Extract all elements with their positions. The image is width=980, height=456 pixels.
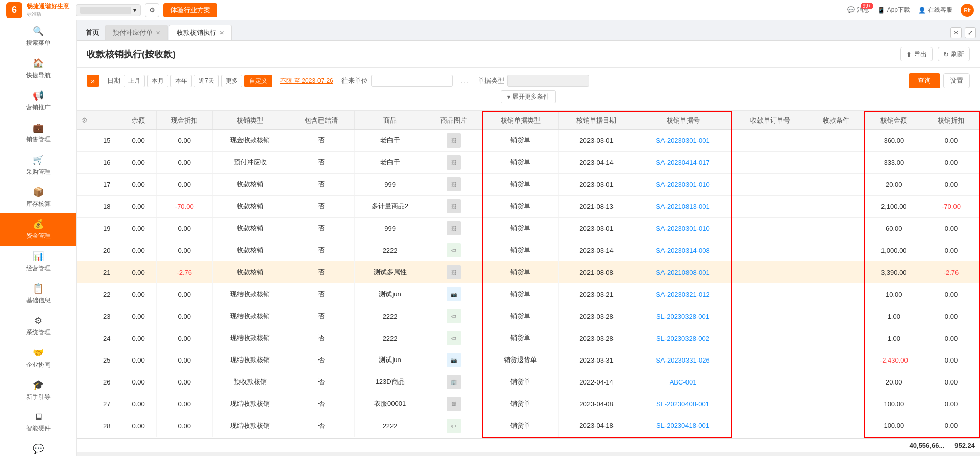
refresh-button[interactable]: ↻ 刷新 (938, 47, 970, 61)
col-header-verify-bill-type: 核销单据类型 (482, 111, 559, 130)
voucher-type-select[interactable] (507, 75, 589, 87)
verify-bill-no-link[interactable]: SA-20230331-026 (656, 356, 710, 364)
verify-bill-no-link[interactable]: SL-20230328-001 (656, 313, 709, 320)
query-button[interactable]: 查询 (909, 73, 940, 88)
verify-bill-no-link[interactable]: SA-20230314-008 (656, 247, 710, 254)
purchase-icon: 🛒 (33, 154, 44, 165)
filter-btn-more[interactable]: 更多 (221, 75, 242, 87)
verify-bill-no-link[interactable]: SA-20230301-001 (656, 137, 710, 145)
verify-bill-no-link[interactable]: ABC-001 (670, 378, 697, 386)
sidebar-item-purchase[interactable]: 🛒 采购管理 (0, 149, 76, 181)
verify-bill-no-link[interactable]: SA-20210808-001 (656, 269, 710, 276)
message-icon: 💬 (847, 6, 855, 13)
table-row: 22 0.00 0.00 现结收款核销 否 测试jun 📷 销货单 2023-0… (77, 283, 979, 305)
filter-dots: ... (461, 77, 470, 85)
filter-settings-button[interactable]: 设置 (943, 73, 970, 88)
operation-icon: 📊 (33, 251, 44, 262)
column-settings-icon[interactable]: ⚙ (82, 116, 88, 124)
sidebar-item-inventory[interactable]: 📦 库存核算 (0, 181, 76, 213)
col-header-product-img: 商品图片 (426, 111, 482, 130)
counterparty-input[interactable] (371, 75, 453, 87)
col-header-verify-amount: 核销金额 (865, 111, 923, 130)
cell-verify-bill-date: 2021-08-13 (558, 196, 634, 218)
verify-bill-no-link[interactable]: SA-20230301-010 (656, 181, 710, 188)
sidebar-item-system[interactable]: ⚙ 系统管理 (0, 310, 76, 342)
table-row: 28 0.00 0.00 现结收款核销 否 2222 🏷 销货单 2023-04… (77, 415, 979, 437)
verify-bill-no-link[interactable]: SA-20230321-012 (656, 291, 710, 298)
user-avatar[interactable]: Rit (961, 4, 974, 17)
sidebar-item-quicknav[interactable]: 🏠 快捷导航 (0, 53, 76, 85)
sidebar-item-enterprise[interactable]: 🤝 企业协同 (0, 342, 76, 374)
tab-close-all-button[interactable]: ✕ (950, 27, 962, 38)
chevron-down-icon: ▾ (133, 7, 136, 14)
main-layout: 🔍 搜索菜单 🏠 快捷导航 📢 营销推广 💼 销售管理 🛒 采购管理 📦 库存核… (0, 20, 980, 456)
tab-prepayment[interactable]: 预付冲应付单 ✕ (105, 25, 168, 40)
tab-expand-button[interactable]: ⤢ (965, 27, 976, 38)
sidebar-item-basic[interactable]: 📋 基础信息 (0, 278, 76, 310)
verify-bill-no-link[interactable]: SA-20230414-017 (656, 159, 710, 166)
filter-date-range-text[interactable]: 不限 至 2023-07-26 (280, 77, 333, 85)
footer-verify-discount-value: 952.24 (954, 442, 975, 449)
filter-expand-arrow[interactable]: » (87, 75, 99, 87)
expand-more-conditions-button[interactable]: ▾ 展开更多条件 (501, 90, 556, 103)
cell-receipt-order-no (732, 349, 808, 371)
cell-product-img: 🖼 (426, 174, 482, 196)
product-image: 📷 (447, 353, 461, 367)
sidebar-item-finance[interactable]: 💰 资金管理 (0, 213, 76, 246)
verify-bill-no-link[interactable]: SL-20230328-002 (656, 334, 709, 342)
filter-btn-last-month[interactable]: 上月 (124, 75, 145, 87)
filter-btn-this-month[interactable]: 本月 (147, 75, 168, 87)
sidebar-item-guide[interactable]: 🎓 新手引导 (0, 374, 76, 406)
cell-verify-bill-no: SL-20230328-001 (634, 305, 732, 327)
sidebar-label-operation: 经营管理 (26, 264, 51, 273)
app-download-icon: 📱 (877, 7, 885, 14)
company-selector[interactable]: ▾ (76, 4, 141, 16)
sidebar-item-sales[interactable]: 💼 销售管理 (0, 117, 76, 149)
hardware-icon: 🖥 (34, 412, 43, 422)
cell-product: 老白干 (354, 130, 426, 152)
cell-rownum: 28 (93, 415, 120, 437)
inventory-icon: 📦 (33, 186, 44, 198)
online-service-link[interactable]: 👤 在线客服 (918, 6, 952, 14)
sidebar-item-search[interactable]: 🔍 搜索菜单 (0, 20, 76, 53)
tab-receipt-verify[interactable]: 收款核销执行 ✕ (169, 25, 232, 40)
notification-bell[interactable]: 💬 消息 99+ (847, 6, 869, 14)
cell-verify-bill-no: SL-20230418-001 (634, 415, 732, 437)
sidebar-label-system: 系统管理 (26, 328, 51, 337)
verify-bill-no-link[interactable]: SL-20230408-001 (656, 400, 709, 408)
cell-verify-discount: 0.00 (923, 371, 979, 393)
cell-receipt-order-no (732, 239, 808, 261)
cell-verify-bill-date: 2023-03-01 (558, 174, 634, 196)
industry-solution-button[interactable]: 体验行业方案 (163, 3, 217, 17)
cell-verify-type: 收款核销 (212, 261, 288, 283)
horizontal-scrollbar[interactable] (77, 452, 980, 457)
tab-prepayment-close[interactable]: ✕ (156, 30, 160, 36)
verify-bill-no-link[interactable]: SA-20230301-010 (656, 225, 710, 232)
export-button[interactable]: ⬆ 导出 (900, 47, 933, 61)
table-row: 24 0.00 0.00 现结收款核销 否 2222 🏷 销货单 2023-03… (77, 327, 979, 349)
filter-btn-this-year[interactable]: 本年 (170, 75, 192, 87)
cell-verify-discount: 0.00 (923, 283, 979, 305)
app-download-link[interactable]: 📱 App下载 (877, 6, 910, 14)
sidebar-item-hardware[interactable]: 🖥 智能硬件 (0, 406, 76, 438)
cell-product: 2222 (354, 327, 426, 349)
cell-product-img: 🏷 (426, 305, 482, 327)
settings-gear-button[interactable]: ⚙ (145, 3, 159, 17)
verify-bill-no-link[interactable]: SA-20210813-001 (656, 203, 710, 210)
cell-rownum: 17 (93, 174, 120, 196)
tab-bar: 首页 预付冲应付单 ✕ 收款核销执行 ✕ ✕ ⤢ (77, 20, 980, 41)
cell-receipt-order-no (732, 327, 808, 349)
cell-cash-discount: 0.00 (156, 152, 212, 174)
verify-bill-no-link[interactable]: SL-20230418-001 (656, 422, 709, 429)
filter-btn-custom[interactable]: 自定义 (244, 75, 272, 87)
cell-receipt-order-no (732, 371, 808, 393)
sidebar-item-operation[interactable]: 📊 经营管理 (0, 246, 76, 278)
tab-receipt-verify-close[interactable]: ✕ (219, 30, 224, 36)
tab-home[interactable]: 首页 (81, 25, 104, 40)
cell-receipt-condition (808, 305, 864, 327)
sidebar-item-marketing[interactable]: 📢 营销推广 (0, 85, 76, 117)
filter-btn-7days[interactable]: 近7天 (194, 75, 219, 87)
filter-date-label: 日期 (107, 76, 120, 85)
cell-product-img: 🖼 (426, 261, 482, 283)
sidebar-item-wechat[interactable]: 💬 企业微信 (0, 438, 76, 456)
